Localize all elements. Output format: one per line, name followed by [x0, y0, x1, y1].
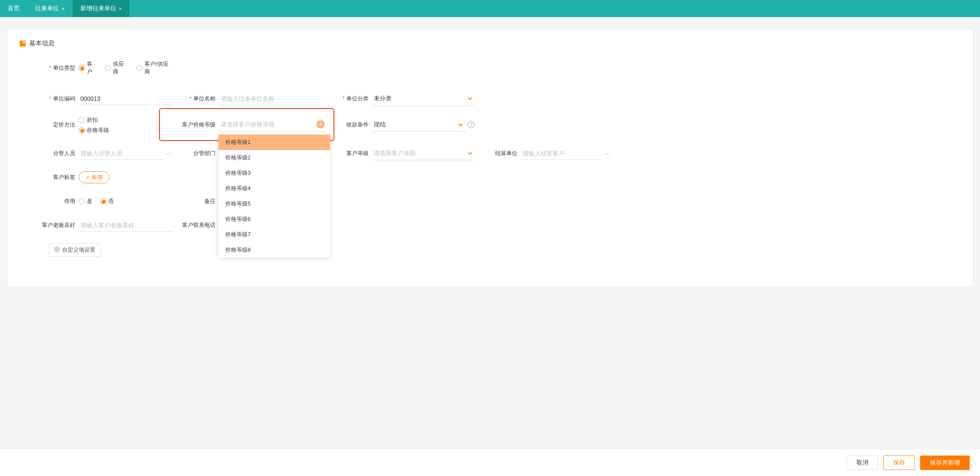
section-title: 基本信息: [29, 39, 55, 47]
radio-both-label: 客户/供应商: [145, 60, 173, 76]
save-add-label: 保存并新增: [930, 459, 960, 466]
help-icon[interactable]: ?: [468, 121, 475, 128]
group-unit-type: 单位类型 客户 供应商: [40, 60, 173, 76]
tab-list[interactable]: 往来单位 ×: [27, 0, 73, 17]
price-level-placeholder: 请选择客户价格等级: [221, 121, 275, 128]
tab-home[interactable]: 首页: [0, 0, 27, 17]
more-icon[interactable]: ···: [602, 150, 611, 157]
radio-disabled-yes-label: 是: [87, 197, 92, 205]
label-customer-grade: 客户等级: [334, 150, 372, 157]
radio-supplier[interactable]: 供应商: [105, 60, 129, 76]
save-label: 保存: [893, 459, 905, 466]
chevron-up-icon: [316, 120, 325, 129]
row-pricing: 定价方法 折扣 价格等级: [40, 115, 952, 135]
radio-discount-label: 折扣: [87, 116, 98, 124]
save-add-button[interactable]: 保存并新增: [920, 455, 970, 470]
gear-icon: [54, 247, 60, 253]
group-unit-code: 单位编码: [40, 91, 173, 106]
radio-discount[interactable]: 折扣: [79, 116, 109, 124]
label-unit-type: 单位类型: [40, 64, 79, 72]
label-dept: 分管部门: [180, 150, 219, 157]
price-level-option[interactable]: 价格等级7: [218, 227, 330, 242]
add-tag-button[interactable]: ＋ 标签: [79, 171, 109, 183]
chevron-down-icon: [467, 96, 473, 102]
label-staff: 分管人员: [40, 150, 79, 157]
boss-pref-input[interactable]: [79, 219, 173, 232]
tab-list-label: 往来单位: [35, 5, 59, 12]
radio-dot-icon: [79, 198, 85, 204]
group-disabled: 停用 是 否: [40, 194, 173, 209]
radio-customer[interactable]: 客户: [79, 60, 97, 76]
price-level-option[interactable]: 价格等级5: [218, 196, 330, 212]
price-level-dropdown[interactable]: 价格等级1价格等级2价格等级3价格等级4价格等级5价格等级6价格等级7价格等级8: [218, 135, 330, 258]
radio-disabled-yes[interactable]: 是: [79, 197, 92, 205]
price-level-option[interactable]: 价格等级2: [218, 150, 330, 165]
row-code-name-cat: 单位编码 单位名称 单位分类 未分类: [40, 91, 952, 106]
section-icon: [20, 41, 26, 47]
radio-both[interactable]: 客户/供应商: [136, 60, 173, 76]
unit-type-radio-group: 客户 供应商 客户/供应商: [79, 60, 173, 76]
radio-disabled-no-label: 否: [108, 197, 114, 205]
save-button[interactable]: 保存: [883, 455, 915, 470]
row-staff: 分管人员 ··· 分管部门 客户等级 请选择客户等级: [40, 146, 952, 161]
radio-disabled-no[interactable]: 否: [100, 197, 114, 205]
price-level-option[interactable]: 价格等级3: [218, 165, 330, 181]
group-boss-pref: 客户老板喜好: [40, 217, 173, 233]
radio-dot-icon: [79, 127, 85, 133]
label-tags: 客户标签: [40, 173, 79, 181]
radio-dot-icon: [100, 198, 106, 204]
label-contact-phone: 客户联系电话: [180, 221, 219, 229]
group-receipt-terms: 收款条件 现结 ?: [334, 117, 475, 132]
group-staff: 分管人员 ···: [40, 146, 173, 161]
unit-name-input[interactable]: [219, 93, 326, 105]
unit-category-select[interactable]: 未分类: [372, 92, 475, 106]
form-panel: 基本信息 单位类型 客户 供应商: [8, 30, 972, 286]
radio-supplier-label: 供应商: [113, 60, 129, 76]
section-header: 基本信息: [20, 39, 960, 47]
group-unit-category: 单位分类 未分类: [334, 91, 475, 106]
receipt-terms-value: 现结: [374, 121, 386, 128]
label-disabled: 停用: [40, 197, 79, 205]
label-unit-category: 单位分类: [334, 95, 372, 103]
radio-customer-label: 客户: [87, 60, 97, 76]
label-boss-pref: 客户老板喜好: [40, 221, 79, 229]
unit-code-input[interactable]: [79, 93, 173, 105]
label-settle-unit: 结算单位: [482, 150, 521, 157]
price-level-option[interactable]: 价格等级6: [218, 212, 330, 227]
label-receipt-terms: 收款条件: [334, 121, 372, 129]
radio-dot-icon: [136, 65, 142, 71]
tab-add[interactable]: 新增往来单位 ×: [73, 0, 130, 17]
radio-price-level-label: 价格等级: [87, 126, 109, 134]
group-pricing-method: 定价方法 折扣 价格等级: [40, 115, 173, 134]
tab-home-label: 首页: [8, 5, 20, 12]
group-customer-grade: 客户等级 请选择客户等级: [334, 146, 475, 161]
group-settle-unit: 结算单位 ···: [482, 146, 611, 161]
price-level-select[interactable]: 请选择客户价格等级: [219, 118, 326, 132]
customer-grade-placeholder: 请选择客户等级: [374, 150, 416, 156]
label-price-level: 客户价格等级: [180, 121, 219, 129]
add-tag-label: 标签: [92, 173, 103, 181]
unit-category-value: 未分类: [374, 95, 392, 102]
pricing-method-radio-group: 折扣 价格等级: [79, 115, 109, 134]
settle-unit-input[interactable]: [521, 147, 602, 160]
staff-input[interactable]: [79, 147, 164, 160]
price-level-option[interactable]: 价格等级8: [218, 242, 330, 258]
price-level-option[interactable]: 价格等级1: [218, 135, 330, 150]
page-body: 基本信息 单位类型 客户 供应商: [0, 17, 980, 476]
customer-grade-select[interactable]: 请选择客户等级: [372, 147, 475, 160]
receipt-terms-select[interactable]: 现结: [372, 118, 465, 132]
close-icon[interactable]: ×: [119, 6, 122, 12]
more-icon[interactable]: ···: [164, 150, 173, 157]
custom-fields-button[interactable]: 自定义项设置: [49, 243, 101, 257]
close-icon[interactable]: ×: [62, 6, 65, 12]
cancel-button[interactable]: 取消: [847, 455, 878, 470]
row-disabled: 停用 是 否: [40, 194, 952, 209]
top-tabs: 首页 往来单位 × 新增往来单位 ×: [0, 0, 980, 17]
label-pricing-method: 定价方法: [40, 121, 79, 129]
radio-price-level[interactable]: 价格等级: [79, 126, 109, 134]
chevron-down-icon: [458, 122, 463, 128]
price-level-option[interactable]: 价格等级4: [218, 181, 330, 196]
label-unit-code: 单位编码: [40, 95, 79, 103]
plus-icon: ＋: [85, 173, 91, 181]
group-price-level: 客户价格等级 请选择客户价格等级 价格等级1价格等级2价格等级3价格等级4价格等…: [180, 117, 326, 132]
